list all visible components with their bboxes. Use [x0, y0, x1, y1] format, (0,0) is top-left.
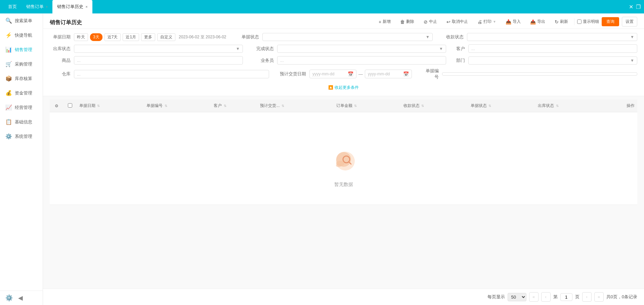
empty-text: 暂无数据 — [52, 182, 635, 188]
sidebar-item-purchase-mgmt[interactable]: 🛒 采购管理 — [0, 57, 43, 71]
sidebar-item-quick-nav[interactable]: ⚡ 快捷导航 — [0, 28, 43, 42]
tab-sales-order[interactable]: 销售订单 × — [22, 0, 52, 13]
department-label: 部门 — [456, 58, 468, 64]
warehouse-input[interactable]: ... — [74, 70, 269, 78]
tab-sales-order-history-close[interactable]: × — [85, 5, 87, 9]
collapse-more[interactable]: 🔼 收起更多条件 — [50, 83, 637, 92]
svg-point-5 — [336, 164, 341, 167]
date-btn-more[interactable]: 更多 — [141, 33, 155, 41]
th-gear[interactable]: ⚙ — [50, 100, 63, 112]
tab-home[interactable]: 首页 — [3, 0, 22, 13]
query-button-label: 查询 — [606, 19, 614, 25]
print-button[interactable]: 🖨 打印 ▼ — [474, 17, 500, 26]
sidebar-item-sales-mgmt-label: 销售管理 — [15, 47, 32, 53]
sidebar-item-system-mgmt-label: 系统管理 — [15, 134, 32, 140]
total-records: 共0页，0条记录 — [606, 294, 637, 300]
date-btn-1month[interactable]: 近1月 — [123, 33, 139, 41]
tab-sales-order-history[interactable]: 销售订单历史 × — [52, 0, 92, 13]
sidebar-bottom-settings-icon[interactable]: ⚙️ — [5, 294, 13, 302]
th-checkbox[interactable] — [63, 100, 77, 112]
table-body: 暂无数据 — [50, 112, 637, 205]
tab-sales-order-close[interactable]: × — [46, 5, 48, 9]
complete-status-select[interactable]: ▼ — [277, 45, 446, 53]
plus-icon: + — [379, 19, 381, 25]
th-order-amount[interactable]: 订单金额 ⇅ — [334, 100, 401, 112]
order-amount-sort-icon: ⇅ — [354, 104, 357, 108]
th-delivery-date[interactable]: 预计交货... ⇅ — [257, 100, 333, 112]
prev-page-button[interactable]: ‹ — [541, 292, 551, 302]
th-warehouse-status[interactable]: 出库状态 ⇅ — [535, 100, 602, 112]
delete-button[interactable]: 🗑 删除 — [397, 17, 418, 26]
warehouse-label: 仓库 — [50, 71, 74, 77]
warehouse-status-select[interactable]: ▼ — [74, 45, 243, 53]
new-button[interactable]: + 新增 — [375, 17, 394, 26]
show-detail-input[interactable] — [577, 20, 582, 24]
th-customer[interactable]: 客户 ⇅ — [211, 100, 257, 112]
product-label: 商品 — [50, 58, 74, 64]
select-all-checkbox[interactable] — [68, 103, 72, 108]
finance-icon: 💰 — [5, 90, 12, 96]
calendar-start-icon: 📅 — [348, 71, 353, 77]
bill-status-select[interactable]: ▼ — [262, 33, 433, 41]
date-btn-today[interactable]: 昨天 — [74, 33, 88, 41]
th-bill-date[interactable]: 单据日期 ⇅ — [77, 100, 144, 112]
stop-button-label: 中止 — [429, 19, 437, 25]
delivery-date-start[interactable]: yyyy-mm-dd 📅 — [309, 70, 356, 78]
cancel-stop-button[interactable]: ↩ 取消中止 — [443, 17, 471, 26]
import-button[interactable]: 📥 导入 — [502, 17, 524, 26]
sidebar-item-search-menu[interactable]: 🔍 搜索菜单 — [0, 13, 43, 28]
stop-button[interactable]: ⊘ 中止 — [420, 17, 440, 26]
sidebar-item-system-mgmt[interactable]: ⚙️ 系统管理 — [0, 129, 43, 144]
refresh-button[interactable]: ↻ 刷新 — [551, 17, 571, 26]
toolbar-separator — [574, 18, 574, 25]
window-close-icon[interactable]: ✕ — [629, 4, 633, 10]
refresh-button-label: 刷新 — [560, 19, 568, 25]
product-input[interactable]: ... — [74, 56, 243, 65]
sidebar-item-sales-mgmt[interactable]: 📊 销售管理 — [0, 42, 43, 57]
sidebar-item-operation[interactable]: 📈 经营管理 — [0, 100, 43, 115]
settings-button-label: 设置 — [626, 19, 634, 25]
filter-row-3: 商品 ... 业务员 ... 部门 ▼ — [50, 56, 637, 65]
next-page-button[interactable]: › — [582, 292, 592, 302]
receipt-status-select[interactable]: ▼ — [467, 33, 637, 41]
date-label: 单据日期 — [50, 34, 74, 40]
sidebar-item-basic-info-label: 基础信息 — [15, 119, 32, 125]
content-area: 销售订单历史 + 新增 🗑 删除 ⊘ 中止 ↩ — [43, 13, 644, 305]
sidebar: 🔍 搜索菜单 ⚡ 快捷导航 📊 销售管理 🛒 采购管理 📦 库存核算 💰 资金管… — [0, 13, 43, 305]
collapse-icon: 🔼 — [328, 85, 333, 90]
th-bill-status[interactable]: 单据状态 ⇅ — [468, 100, 535, 112]
sidebar-bottom-collapse-icon[interactable]: ◀ — [18, 294, 23, 302]
customer-input[interactable]: ... — [468, 44, 637, 53]
last-page-button[interactable]: » — [594, 292, 604, 302]
salesperson-input[interactable]: ... — [277, 56, 446, 65]
page-size-label: 每页显示 — [487, 294, 505, 300]
th-receipt-status[interactable]: 收款状态 ⇅ — [401, 100, 468, 112]
first-page-button[interactable]: « — [529, 292, 539, 302]
page-size-select[interactable]: 50 20 100 — [508, 293, 526, 301]
th-bill-number[interactable]: 单据编号 ⇅ — [144, 100, 211, 112]
table-area: ⚙ 单据日期 ⇅ 单据编号 ⇅ 客户 ⇅ — [43, 96, 644, 289]
delivery-date-end[interactable]: yyyy-mm-dd 📅 — [365, 70, 412, 78]
bill-number-input[interactable] — [442, 72, 637, 76]
date-btn-custom[interactable]: 自定义 — [157, 33, 175, 41]
date-range-text: 2023-06-02 至 2023-06-02 — [179, 34, 226, 40]
complete-status-arrow-icon: ▼ — [439, 46, 443, 51]
sidebar-item-purchase-mgmt-label: 采购管理 — [15, 61, 32, 67]
sidebar-item-basic-info[interactable]: 📋 基础信息 — [0, 115, 43, 129]
department-select[interactable]: ▼ — [468, 56, 637, 65]
date-btn-7days[interactable]: 近7天 — [104, 33, 121, 41]
sidebar-item-inventory-label: 库存核算 — [15, 76, 32, 82]
page-input[interactable] — [560, 293, 572, 301]
query-button[interactable]: 查询 — [602, 17, 619, 26]
sidebar-item-inventory[interactable]: 📦 库存核算 — [0, 71, 43, 86]
window-restore-icon[interactable]: ❐ — [636, 4, 641, 10]
settings-button[interactable]: 设置 — [622, 17, 637, 27]
show-detail-checkbox[interactable]: 显示明细 — [577, 19, 599, 25]
page-label-2: 页 — [575, 294, 579, 300]
date-btn-3days[interactable]: 3天 — [90, 33, 102, 41]
export-button[interactable]: 📤 导出 — [527, 17, 549, 26]
delivery-date-end-text: yyyy-mm-dd — [368, 72, 390, 76]
warehouse-sort-icon: ⇅ — [556, 104, 559, 108]
sidebar-item-finance[interactable]: 💰 资金管理 — [0, 86, 43, 100]
import-icon: 📥 — [506, 19, 511, 25]
